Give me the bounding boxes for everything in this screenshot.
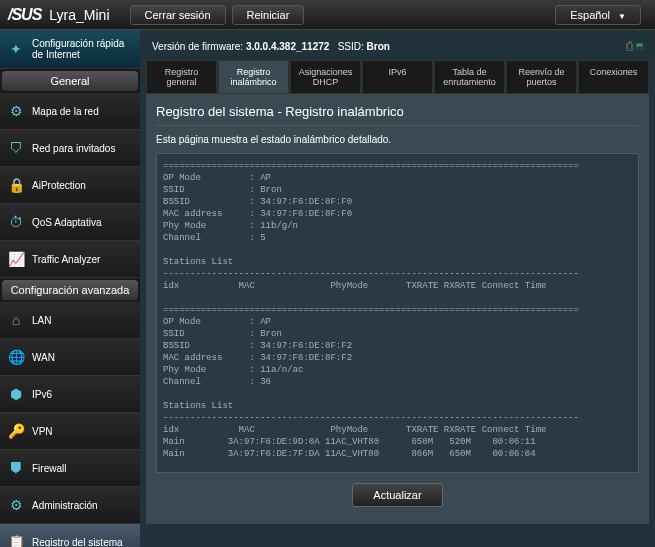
fw-value[interactable]: 3.0.0.4.382_11272 xyxy=(246,41,329,52)
sidebar-item-label: QoS Adaptativa xyxy=(32,217,134,228)
usb-icon[interactable]: ⬒ xyxy=(636,39,643,53)
tab[interactable]: Tabla de enrutamiento xyxy=(434,60,505,94)
nav-icon: 📋 xyxy=(6,532,26,547)
nav-icon: ⚙ xyxy=(6,495,26,515)
sidebar: ✦ Configuración rápida de Internet Gener… xyxy=(0,30,140,547)
sidebar-quick-setup[interactable]: ✦ Configuración rápida de Internet xyxy=(0,30,140,69)
sidebar-item-label: Traffic Analyzer xyxy=(32,254,134,265)
sidebar-item-label: Firewall xyxy=(32,463,134,474)
fw-label: Versión de firmware: xyxy=(152,41,243,52)
printer-icon[interactable]: ⎙ xyxy=(626,39,633,53)
sidebar-item[interactable]: ⛉Red para invitados xyxy=(0,130,140,167)
sidebar-item[interactable]: ⚙Administración xyxy=(0,487,140,524)
page-description: Esta página muestra el estado inalámbric… xyxy=(156,126,639,153)
nav-icon: 🔑 xyxy=(6,421,26,441)
language-selector[interactable]: Español ▼ xyxy=(555,5,647,25)
nav-icon: ⚙ xyxy=(6,101,26,121)
tab[interactable]: Registro general xyxy=(146,60,217,94)
sidebar-item[interactable]: ⌂LAN xyxy=(0,302,140,339)
sidebar-item[interactable]: ⏱QoS Adaptativa xyxy=(0,204,140,241)
language-label: Español xyxy=(570,9,610,21)
sidebar-item-label: Red para invitados xyxy=(32,143,134,154)
chevron-down-icon: ▼ xyxy=(618,12,626,21)
nav-icon: 🌐 xyxy=(6,347,26,367)
nav-icon: ⬢ xyxy=(6,384,26,404)
status-icons[interactable]: ⎙ ⬒ xyxy=(626,39,643,53)
tab[interactable]: Reenvío de puertos xyxy=(506,60,577,94)
sidebar-item[interactable]: 🔑VPN xyxy=(0,413,140,450)
sidebar-item[interactable]: 📋Registro del sistema xyxy=(0,524,140,547)
nav-icon: ⌂ xyxy=(6,310,26,330)
tab[interactable]: IPv6 xyxy=(362,60,433,94)
sidebar-item[interactable]: ⛊Firewall xyxy=(0,450,140,487)
nav-icon: ⛊ xyxy=(6,458,26,478)
nav-icon: 📈 xyxy=(6,249,26,269)
sidebar-item-label: IPv6 xyxy=(32,389,134,400)
sidebar-item[interactable]: ⬢IPv6 xyxy=(0,376,140,413)
page-title: Registro del sistema - Registro inalámbr… xyxy=(156,104,639,126)
sidebar-header-advanced: Configuración avanzada xyxy=(2,280,138,300)
content: Versión de firmware: 3.0.0.4.382_11272 S… xyxy=(140,30,655,547)
sidebar-item-label: LAN xyxy=(32,315,134,326)
tab[interactable]: Registro inalámbrico xyxy=(218,60,289,94)
sidebar-item[interactable]: 🔒AiProtection xyxy=(0,167,140,204)
panel: Registro del sistema - Registro inalámbr… xyxy=(146,94,649,524)
sidebar-item-label: VPN xyxy=(32,426,134,437)
sidebar-item[interactable]: 📈Traffic Analyzer xyxy=(0,241,140,278)
sidebar-item[interactable]: 🌐WAN xyxy=(0,339,140,376)
tab-bar: Registro generalRegistro inalámbricoAsig… xyxy=(146,60,649,94)
nav-icon: 🔒 xyxy=(6,175,26,195)
sidebar-item-label: AiProtection xyxy=(32,180,134,191)
sidebar-item-label: Registro del sistema xyxy=(32,537,134,548)
sidebar-item-label: WAN xyxy=(32,352,134,363)
firmware-line: Versión de firmware: 3.0.0.4.382_11272 S… xyxy=(146,36,649,56)
sidebar-header-general: General xyxy=(2,71,138,91)
reboot-button[interactable]: Reiniciar xyxy=(232,5,305,25)
ssid-value[interactable]: Bron xyxy=(367,41,390,52)
sidebar-item-label: Mapa de la red xyxy=(32,106,134,117)
tab[interactable]: Conexiones xyxy=(578,60,649,94)
magic-wand-icon: ✦ xyxy=(6,39,26,59)
log-output[interactable]: ========================================… xyxy=(156,153,639,473)
sidebar-item[interactable]: ⚙Mapa de la red xyxy=(0,93,140,130)
model-name: Lyra_Mini xyxy=(49,7,109,23)
topbar: /SUS Lyra_Mini Cerrar sesión Reiniciar E… xyxy=(0,0,655,30)
sidebar-item-label: Configuración rápida de Internet xyxy=(32,38,134,60)
language-button[interactable]: Español ▼ xyxy=(555,5,641,25)
tab[interactable]: Asignaciones DHCP xyxy=(290,60,361,94)
brand-logo: /SUS xyxy=(8,6,41,24)
nav-icon: ⏱ xyxy=(6,212,26,232)
sidebar-item-label: Administración xyxy=(32,500,134,511)
logout-button[interactable]: Cerrar sesión xyxy=(130,5,226,25)
nav-icon: ⛉ xyxy=(6,138,26,158)
refresh-button[interactable]: Actualizar xyxy=(352,483,442,507)
ssid-label: SSID: xyxy=(338,41,364,52)
